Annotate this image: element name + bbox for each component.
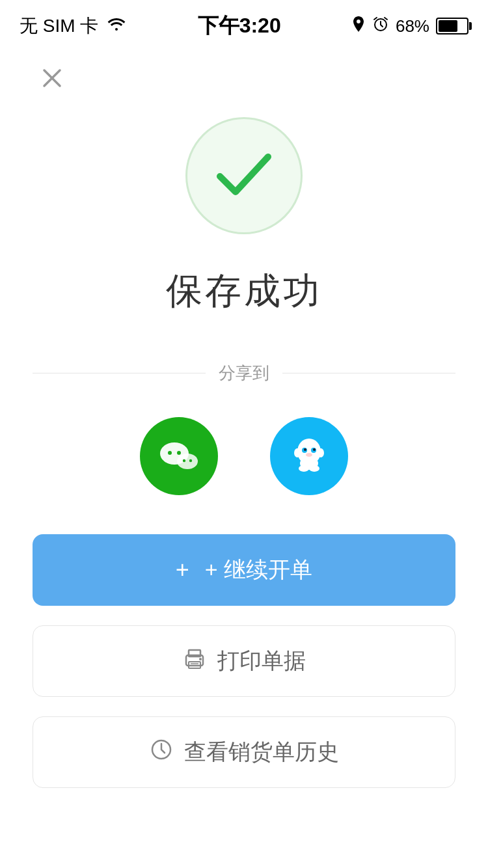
history-icon xyxy=(149,737,174,767)
qq-icon xyxy=(288,433,331,479)
location-icon xyxy=(351,16,366,37)
svg-point-11 xyxy=(318,448,324,457)
svg-point-14 xyxy=(304,448,306,451)
svg-point-15 xyxy=(313,448,316,451)
status-bar: 无 SIM 卡 下午3:20 68% xyxy=(0,0,488,52)
close-button[interactable] xyxy=(33,59,72,98)
checkmark-icon xyxy=(215,152,273,200)
divider-line-left xyxy=(33,373,206,373)
share-icons xyxy=(33,417,455,495)
wechat-icon xyxy=(156,437,202,476)
qq-share-button[interactable] xyxy=(270,417,348,495)
svg-point-6 xyxy=(177,451,181,455)
svg-point-10 xyxy=(294,448,301,457)
print-label: 打印单据 xyxy=(217,646,306,676)
time-display: 下午3:20 xyxy=(198,12,281,40)
battery-icon xyxy=(436,18,468,34)
svg-point-4 xyxy=(177,454,198,469)
share-section: 分享到 xyxy=(0,362,488,495)
main-content: 保存成功 分享到 xyxy=(0,52,488,788)
status-left: 无 SIM 卡 xyxy=(20,14,127,38)
continue-order-label: + 继续开单 xyxy=(205,555,312,585)
share-label: 分享到 xyxy=(219,362,269,385)
continue-plus-icon: + xyxy=(176,556,189,584)
svg-point-5 xyxy=(168,451,172,455)
action-buttons: + + 继续开单 打印单据 xyxy=(0,534,488,788)
status-right: 68% xyxy=(351,16,468,37)
wechat-share-button[interactable] xyxy=(140,417,218,495)
svg-point-8 xyxy=(189,459,192,462)
carrier-text: 无 SIM 卡 xyxy=(20,14,98,38)
print-receipt-button[interactable]: 打印单据 xyxy=(33,625,455,697)
view-history-button[interactable]: 查看销货单历史 xyxy=(33,716,455,788)
svg-point-7 xyxy=(183,459,185,462)
share-divider: 分享到 xyxy=(33,362,455,385)
svg-point-16 xyxy=(306,453,312,457)
history-label: 查看销货单历史 xyxy=(184,737,339,767)
printer-icon xyxy=(182,646,207,676)
divider-line-right xyxy=(282,373,455,373)
continue-order-button[interactable]: + + 继续开单 xyxy=(33,534,455,606)
svg-point-19 xyxy=(300,457,318,470)
battery-percent: 68% xyxy=(396,16,429,36)
alarm-icon xyxy=(372,16,389,37)
wifi-icon xyxy=(106,16,127,36)
svg-point-23 xyxy=(199,658,202,660)
success-title: 保存成功 xyxy=(166,267,322,316)
success-circle xyxy=(185,117,303,234)
